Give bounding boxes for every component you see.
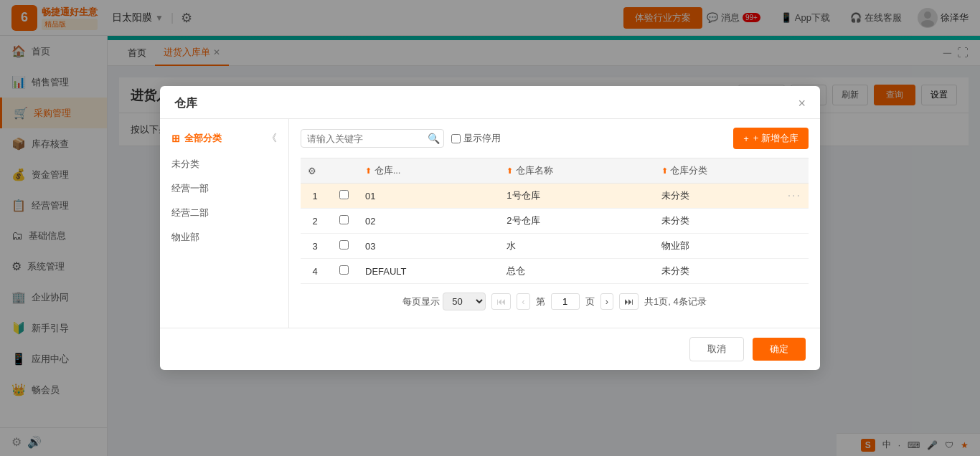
row-no: 1 <box>301 184 329 209</box>
search-input[interactable] <box>307 133 428 144</box>
add-warehouse-button[interactable]: + + 新增仓库 <box>733 128 809 149</box>
category-item-ops1[interactable]: 经营一部 <box>160 176 288 201</box>
dialog-footer: 取消 确定 <box>160 328 820 370</box>
row-check[interactable] <box>329 234 358 259</box>
row-checkbox[interactable] <box>339 190 349 199</box>
row-code: 02 <box>358 209 499 234</box>
row-code: 03 <box>358 234 499 259</box>
show-disabled-checkbox[interactable] <box>451 134 461 143</box>
row-name: 2号仓库 <box>499 209 654 234</box>
sort-icon3: ⬆ <box>661 166 668 175</box>
warehouse-table: ⚙ ⬆ 仓库... ⬆ 仓库名称 ⬆ 仓库分类 <box>301 158 809 284</box>
row-name: 水 <box>499 234 654 259</box>
warehouse-dialog: 仓库 × ⊞ 全部分类 《 未分类 经营一部 经营二部 物业部 🔍 <box>160 86 820 370</box>
row-category: 未分类 ··· <box>654 184 809 209</box>
row-no: 3 <box>301 234 329 259</box>
row-actions-icon[interactable]: ··· <box>788 189 801 202</box>
dialog-header: 仓库 × <box>160 86 820 119</box>
row-check[interactable] <box>329 209 358 234</box>
pagination: 每页显示 50 10 20 100 ⏮ ‹ 第 页 › ⏭ 共1页, 4条记录 <box>301 284 809 319</box>
table-row[interactable]: 2 02 2号仓库 未分类 <box>301 209 809 234</box>
dialog-body: ⊞ 全部分类 《 未分类 经营一部 经营二部 物业部 🔍 显示停用 <box>160 119 820 328</box>
col-category-header[interactable]: ⬆ 仓库分类 <box>654 158 809 184</box>
row-name: 1号仓库 <box>499 184 654 209</box>
dialog-title: 仓库 <box>174 96 197 111</box>
table-row[interactable]: 4 DEFAULT 总仓 未分类 <box>301 259 809 284</box>
row-checkbox[interactable] <box>339 240 349 250</box>
category-item-ops2[interactable]: 经营二部 <box>160 201 288 225</box>
table-row[interactable]: 1 01 1号仓库 未分类 ··· <box>301 184 809 209</box>
page-last-button[interactable]: ⏭ <box>619 293 639 310</box>
table-head: ⚙ ⬆ 仓库... ⬆ 仓库名称 ⬆ 仓库分类 <box>301 158 809 184</box>
show-disabled-toggle[interactable]: 显示停用 <box>451 132 501 145</box>
table-row[interactable]: 3 03 水 物业部 <box>301 234 809 259</box>
search-wrap: 🔍 <box>301 129 444 148</box>
search-icon: 🔍 <box>428 133 440 144</box>
row-no: 4 <box>301 259 329 284</box>
col-gear[interactable]: ⚙ <box>301 158 329 184</box>
row-checkbox[interactable] <box>339 265 349 275</box>
sort-icon2: ⬆ <box>507 166 513 175</box>
col-name-header[interactable]: ⬆ 仓库名称 <box>499 158 654 184</box>
row-check[interactable] <box>329 259 358 284</box>
category-panel: ⊞ 全部分类 《 未分类 经营一部 经营二部 物业部 <box>160 119 289 328</box>
row-code: 01 <box>358 184 499 209</box>
col-check <box>329 158 358 184</box>
row-checkbox[interactable] <box>339 215 349 224</box>
confirm-button[interactable]: 确定 <box>753 338 806 361</box>
table-toolbar: 🔍 显示停用 + + 新增仓库 <box>301 128 809 149</box>
row-code: DEFAULT <box>358 259 499 284</box>
dialog-close-button[interactable]: × <box>798 96 806 111</box>
cancel-button[interactable]: 取消 <box>689 337 744 361</box>
page-first-button[interactable]: ⏮ <box>491 293 511 310</box>
row-no: 2 <box>301 209 329 234</box>
sort-icon: ⬆ <box>365 166 372 175</box>
page-total: 共1页, 4条记录 <box>644 295 707 308</box>
category-collapse-button[interactable]: 《 <box>267 132 277 145</box>
category-header: ⊞ 全部分类 《 <box>160 128 288 152</box>
category-all-button[interactable]: ⊞ 全部分类 <box>171 132 222 145</box>
table-panel: 🔍 显示停用 + + 新增仓库 ⚙ ⬆ <box>289 119 820 328</box>
plus-icon: + <box>743 133 749 144</box>
row-category: 未分类 <box>654 259 809 284</box>
row-check[interactable] <box>329 184 358 209</box>
per-page-select[interactable]: 50 10 20 100 <box>443 293 486 310</box>
per-page-selector: 每页显示 50 10 20 100 <box>402 293 486 310</box>
category-item-unclassified[interactable]: 未分类 <box>160 152 288 176</box>
page-prev-button[interactable]: ‹ <box>517 293 529 310</box>
page-next-button[interactable]: › <box>600 293 613 310</box>
row-name: 总仓 <box>499 259 654 284</box>
col-code-header[interactable]: ⬆ 仓库... <box>358 158 499 184</box>
category-item-property[interactable]: 物业部 <box>160 225 288 250</box>
row-category: 未分类 <box>654 209 809 234</box>
table-body: 1 01 1号仓库 未分类 ··· 2 02 2号仓库 <box>301 184 809 284</box>
row-category: 物业部 <box>654 234 809 259</box>
grid-icon: ⊞ <box>171 133 180 144</box>
page-input[interactable] <box>551 293 580 310</box>
